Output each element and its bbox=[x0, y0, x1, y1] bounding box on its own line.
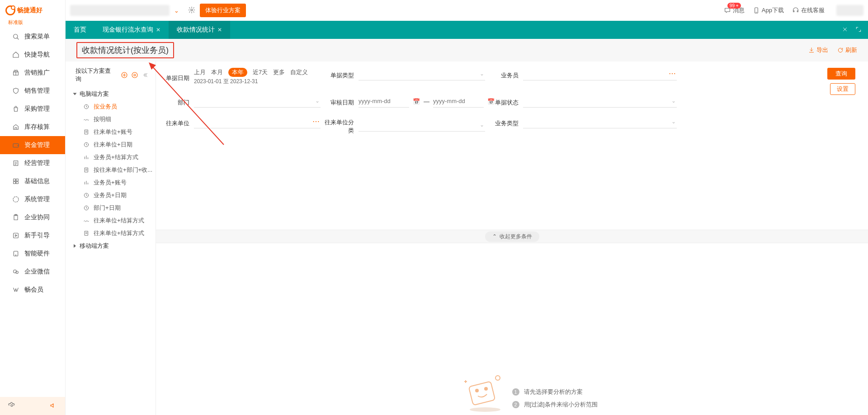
house-icon bbox=[12, 123, 20, 131]
more-icon[interactable]: ⋯ bbox=[669, 71, 676, 77]
sidebar-item-10[interactable]: 企业协同 bbox=[0, 208, 65, 226]
gear-icon[interactable] bbox=[188, 6, 195, 15]
chevron-up-icon: ⌃ bbox=[492, 233, 497, 240]
settings-button[interactable]: 设置 bbox=[830, 83, 855, 95]
date-tab[interactable]: 本月 bbox=[211, 68, 223, 76]
more-icon[interactable]: ⋯ bbox=[312, 118, 320, 125]
svg-rect-31 bbox=[468, 382, 495, 406]
tab-close-icon[interactable] bbox=[842, 26, 848, 34]
sidebar-item-12[interactable]: 智能硬件 bbox=[0, 245, 65, 263]
date-tab[interactable]: 自定义 bbox=[290, 68, 308, 76]
scheme-item-0-2[interactable]: 往来单位+账号 bbox=[83, 126, 156, 138]
scheme-item-0-9[interactable]: 往来单位+结算方式 bbox=[83, 214, 156, 227]
app-download-button[interactable]: App下载 bbox=[753, 6, 784, 14]
sidebar-item-14[interactable]: 畅会员 bbox=[0, 281, 65, 299]
speaker-icon[interactable] bbox=[50, 402, 57, 410]
biz-type-label: 业务类型 bbox=[485, 117, 523, 127]
date-tab[interactable]: 本年 bbox=[228, 68, 247, 77]
tab-0[interactable]: 首页 bbox=[66, 21, 94, 39]
clock-icon bbox=[83, 103, 90, 110]
calendar-icon[interactable]: 📅 bbox=[487, 98, 495, 105]
sidebar-item-8[interactable]: 基础信息 bbox=[0, 172, 65, 190]
chevron-down-icon: ⌄ bbox=[315, 98, 320, 104]
refresh-button[interactable]: 刷新 bbox=[837, 46, 857, 54]
date-label: 单据日期 bbox=[156, 71, 194, 82]
sidebar-item-1[interactable]: 快捷导航 bbox=[0, 46, 65, 64]
empty-state: 1请先选择要分析的方案 2用[过滤]条件来缩小分析范围 bbox=[156, 243, 868, 415]
date-range-tabs[interactable]: 上月本月本年近7天更多自定义 bbox=[194, 68, 321, 77]
scheme-item-0-5[interactable]: 按往来单位+部门+收... bbox=[83, 164, 156, 176]
scheme-item-0-8[interactable]: 部门+日期 bbox=[83, 202, 156, 214]
sidebar-item-0[interactable]: 搜索菜单 bbox=[0, 28, 65, 46]
messages-button[interactable]: 99 + 消息 bbox=[724, 6, 745, 14]
audit-date-to[interactable] bbox=[433, 95, 484, 108]
scheme-item-0-1[interactable]: 按明细 bbox=[83, 113, 156, 126]
svg-rect-25 bbox=[85, 168, 88, 172]
bag-icon bbox=[12, 105, 20, 113]
chevron-down-icon[interactable]: ⌄ bbox=[174, 7, 179, 14]
sales-label: 业务员 bbox=[485, 69, 523, 80]
close-icon[interactable]: ✕ bbox=[156, 27, 160, 33]
audit-date-from[interactable] bbox=[359, 95, 409, 108]
support-button[interactable]: 在线客服 bbox=[792, 6, 825, 14]
date-tab[interactable]: 近7天 bbox=[253, 68, 268, 76]
scheme-group-1[interactable]: 移动端方案 bbox=[74, 240, 156, 252]
sales-select[interactable] bbox=[523, 68, 677, 80]
scheme-item-0-6[interactable]: 业务员+账号 bbox=[83, 176, 156, 189]
logo-icon bbox=[5, 5, 15, 15]
svg-point-35 bbox=[495, 376, 500, 380]
audit-date-range: 📅 — 📅 bbox=[359, 95, 485, 108]
calendar-icon[interactable]: 📅 bbox=[413, 98, 420, 105]
page-title-highlight: 收款情况统计(按业务员) bbox=[76, 42, 174, 58]
sidebar-item-11[interactable]: 新手引导 bbox=[0, 226, 65, 245]
org-selector[interactable] bbox=[70, 5, 170, 16]
trial-button[interactable]: 体验行业方案 bbox=[200, 4, 246, 17]
avatar[interactable] bbox=[836, 5, 863, 16]
scheme-item-0-4[interactable]: 业务员+结算方式 bbox=[83, 151, 156, 164]
sidebar-item-6[interactable]: 资金管理 bbox=[0, 136, 65, 154]
sidebar-item-5[interactable]: 库存核算 bbox=[0, 118, 65, 136]
sidebar-item-3[interactable]: 销售管理 bbox=[0, 82, 65, 100]
status-select[interactable] bbox=[523, 95, 677, 108]
tab-1[interactable]: 现金银行流水查询✕ bbox=[94, 21, 169, 39]
partner-select[interactable] bbox=[194, 116, 321, 128]
date-tab[interactable]: 上月 bbox=[194, 68, 206, 76]
vip-icon bbox=[12, 286, 20, 294]
svg-rect-7 bbox=[16, 182, 19, 184]
tab-expand-icon[interactable] bbox=[855, 26, 862, 34]
type-select[interactable] bbox=[359, 68, 485, 80]
sidebar-item-13[interactable]: 企业微信 bbox=[0, 263, 65, 281]
scheme-item-0-3[interactable]: 往来单位+日期 bbox=[83, 138, 156, 151]
filter-area: 单据日期 上月本月本年近7天更多自定义 2023-01-01 至 2023-12… bbox=[156, 61, 868, 415]
doc-icon bbox=[83, 230, 90, 237]
scheme-item-0-10[interactable]: 往来单位+结算方式 bbox=[83, 227, 156, 240]
biz-type-select[interactable] bbox=[523, 116, 677, 128]
grid-icon bbox=[12, 177, 20, 185]
chevron-down-icon: ⌄ bbox=[671, 118, 676, 125]
svg-rect-5 bbox=[16, 179, 19, 181]
scheme-group-0[interactable]: 电脑端方案 bbox=[74, 88, 156, 100]
collapse-filters-button[interactable]: ⌃ 收起更多条件 bbox=[485, 231, 539, 242]
doc-icon bbox=[83, 166, 90, 174]
close-icon[interactable]: ✕ bbox=[217, 27, 222, 33]
search-icon bbox=[12, 33, 20, 41]
date-tab[interactable]: 更多 bbox=[273, 68, 285, 76]
tab-2[interactable]: 收款情况统计✕ bbox=[169, 21, 230, 39]
scheme-item-0-0[interactable]: 按业务员 bbox=[83, 100, 156, 113]
scheme-settings-icon[interactable] bbox=[131, 71, 138, 79]
sidebar-item-2[interactable]: 营销推广 bbox=[0, 64, 65, 82]
scheme-item-0-7[interactable]: 业务员+日期 bbox=[83, 189, 156, 202]
sidebar-item-9[interactable]: 系统管理 bbox=[0, 190, 65, 208]
partner-cat-select[interactable] bbox=[359, 119, 485, 132]
clock-icon bbox=[83, 141, 90, 148]
query-button[interactable]: 查询 bbox=[827, 68, 855, 80]
svg-point-20 bbox=[134, 74, 136, 76]
add-scheme-icon[interactable] bbox=[120, 71, 128, 79]
settings-icon[interactable] bbox=[8, 402, 15, 410]
collapse-panel-icon[interactable] bbox=[142, 71, 149, 79]
scheme-panel: 按以下方案查询 电脑端方案按业务员按明细往来单位+账号往来单位+日期业务员+结算… bbox=[66, 61, 156, 415]
export-button[interactable]: 导出 bbox=[808, 46, 828, 54]
dept-select[interactable] bbox=[194, 95, 321, 108]
sidebar-item-4[interactable]: 采购管理 bbox=[0, 100, 65, 118]
sidebar-item-7[interactable]: 经营管理 bbox=[0, 154, 65, 172]
